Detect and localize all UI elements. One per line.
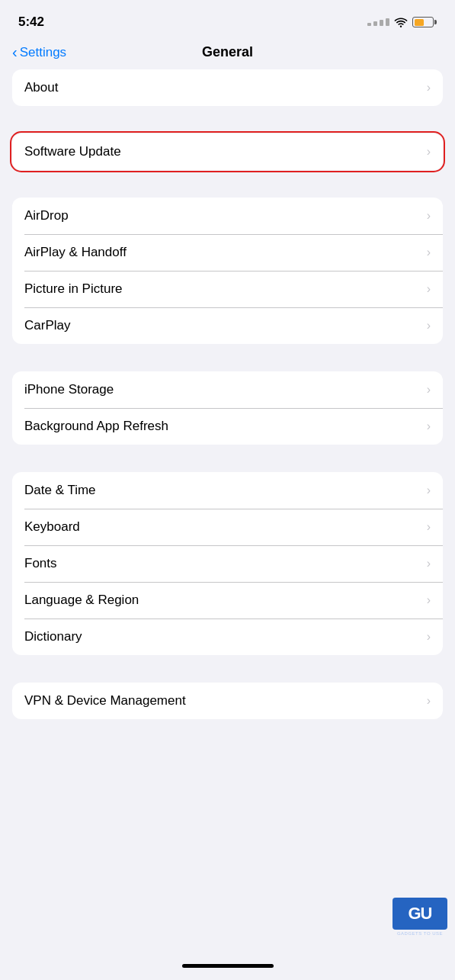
item-label-software-update: Software Update (24, 144, 121, 159)
status-icons (367, 17, 437, 27)
settings-item-iphone-storage[interactable]: iPhone Storage › (12, 371, 443, 408)
home-indicator (0, 955, 455, 974)
chevron-keyboard-icon: › (427, 520, 431, 534)
settings-item-airdrop[interactable]: AirDrop › (12, 198, 443, 234)
settings-item-carplay[interactable]: CarPlay › (12, 307, 443, 344)
chevron-carplay-icon: › (427, 319, 431, 333)
chevron-airplay-icon: › (427, 246, 431, 259)
item-label-language-region: Language & Region (24, 593, 139, 608)
watermark-logo: GU (409, 904, 432, 924)
back-chevron-icon: ‹ (12, 44, 18, 59)
watermark-tagline: GADGETS TO USE (393, 931, 447, 936)
wifi-icon (394, 18, 408, 27)
settings-item-picture-in-picture[interactable]: Picture in Picture › (12, 271, 443, 307)
item-label-carplay: CarPlay (24, 318, 70, 333)
item-label-vpn: VPN & Device Management (24, 693, 186, 708)
item-label-date-time: Date & Time (24, 483, 96, 498)
nav-bar: ‹ Settings General (0, 38, 455, 69)
settings-item-vpn[interactable]: VPN & Device Management › (12, 683, 443, 719)
item-label-about: About (24, 80, 58, 95)
settings-group-1: About › (12, 69, 443, 106)
chevron-pip-icon: › (427, 282, 431, 296)
settings-item-airplay-handoff[interactable]: AirPlay & Handoff › (12, 234, 443, 271)
chevron-refresh-icon: › (427, 419, 431, 433)
chevron-about-icon: › (427, 81, 431, 95)
settings-item-about[interactable]: About › (12, 69, 443, 106)
settings-item-background-app-refresh[interactable]: Background App Refresh › (12, 408, 443, 445)
settings-group-6: VPN & Device Management › (12, 683, 443, 719)
item-label-keyboard: Keyboard (24, 519, 80, 535)
back-label: Settings (20, 45, 66, 60)
settings-card-group3: AirDrop › AirPlay & Handoff › Picture in… (12, 198, 443, 344)
item-label-airplay-handoff: AirPlay & Handoff (24, 245, 127, 260)
settings-card-group4: iPhone Storage › Background App Refresh … (12, 371, 443, 445)
settings-item-date-time[interactable]: Date & Time › (12, 472, 443, 509)
item-label-picture-in-picture: Picture in Picture (24, 281, 123, 297)
signal-icon (367, 18, 389, 26)
home-bar (182, 964, 274, 968)
settings-content: About › Software Update › AirDrop › AirP… (0, 69, 455, 719)
settings-card-about: About › (12, 69, 443, 106)
settings-group-3: AirDrop › AirPlay & Handoff › Picture in… (12, 198, 443, 344)
settings-item-software-update[interactable]: Software Update › (12, 133, 443, 170)
chevron-software-update-icon: › (427, 145, 431, 159)
status-bar: 5:42 (0, 0, 455, 38)
chevron-date-icon: › (427, 484, 431, 497)
item-label-dictionary: Dictionary (24, 629, 82, 644)
settings-item-keyboard[interactable]: Keyboard › (12, 509, 443, 545)
item-label-airdrop: AirDrop (24, 208, 69, 223)
chevron-vpn-icon: › (427, 694, 431, 708)
battery-icon (412, 17, 437, 27)
settings-item-dictionary[interactable]: Dictionary › (12, 619, 443, 655)
settings-group-4: iPhone Storage › Background App Refresh … (12, 371, 443, 445)
back-button[interactable]: ‹ Settings (12, 45, 66, 60)
item-label-fonts: Fonts (24, 556, 57, 571)
settings-item-fonts[interactable]: Fonts › (12, 545, 443, 582)
chevron-airdrop-icon: › (427, 209, 431, 223)
item-label-iphone-storage: iPhone Storage (24, 382, 114, 397)
chevron-dictionary-icon: › (427, 630, 431, 644)
settings-group-5: Date & Time › Keyboard › Fonts › Languag… (12, 472, 443, 655)
page-title: General (202, 44, 253, 60)
watermark: GU GADGETS TO USE (393, 898, 447, 934)
item-label-background-app-refresh: Background App Refresh (24, 419, 168, 434)
chevron-fonts-icon: › (427, 557, 431, 570)
settings-card-group5: Date & Time › Keyboard › Fonts › Languag… (12, 472, 443, 655)
settings-item-language-region[interactable]: Language & Region › (12, 582, 443, 619)
chevron-language-icon: › (427, 593, 431, 607)
chevron-storage-icon: › (427, 383, 431, 397)
settings-card-group6: VPN & Device Management › (12, 683, 443, 719)
settings-group-software-update: Software Update › (12, 133, 443, 170)
status-time: 5:42 (18, 14, 44, 30)
